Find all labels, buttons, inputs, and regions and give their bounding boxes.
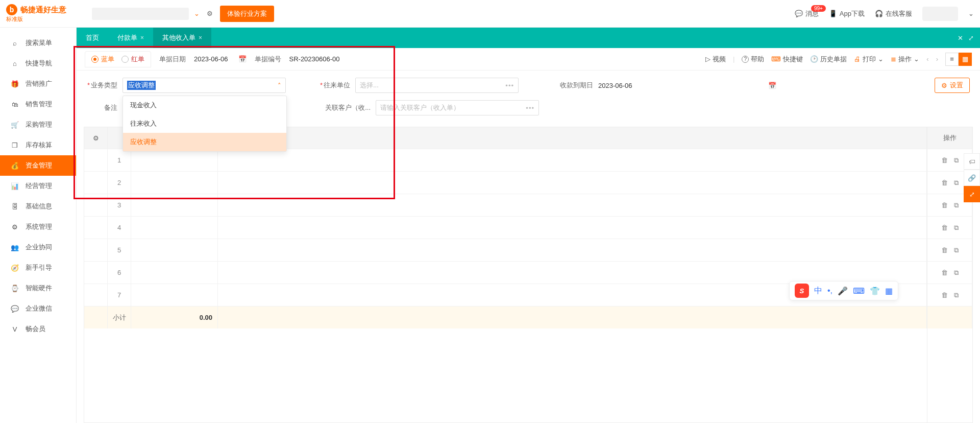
cart-icon: 🛒 <box>10 121 19 129</box>
calendar-icon[interactable]: 📅 <box>768 82 776 89</box>
phone-icon: 📱 <box>829 10 837 17</box>
rail-expand-button[interactable]: ⤢ <box>964 186 980 202</box>
ime-lang-label[interactable]: 中 <box>814 286 822 296</box>
sidebar-item-wallet[interactable]: 💰资金管理 <box>0 155 76 176</box>
row-cell[interactable] <box>131 217 218 239</box>
delete-icon[interactable]: 🗑 <box>941 179 948 186</box>
industry-cta-button[interactable]: 体验行业方案 <box>220 6 274 22</box>
chevron-down-icon[interactable]: ⌄ <box>968 10 974 17</box>
view-card-button[interactable]: ▦ <box>959 53 972 66</box>
delete-icon[interactable]: 🗑 <box>941 269 948 276</box>
sidebar-item-team[interactable]: 👥企业协同 <box>0 237 76 257</box>
shortcut-button[interactable]: ⌨快捷键 <box>771 55 803 64</box>
messages-button[interactable]: 💬 消息 99+ <box>795 9 819 18</box>
rail-tag-button[interactable]: 🏷 <box>964 153 980 170</box>
sidebar-item-box[interactable]: ❒库存核算 <box>0 135 76 155</box>
dropdown-option-adjust[interactable]: 应收调整 <box>123 133 286 151</box>
delete-icon[interactable]: 🗑 <box>941 224 948 231</box>
ime-toolbar[interactable]: S 中 •, 🎤 ⌨ 👕 ▦ <box>789 281 898 300</box>
expand-icon[interactable]: ⤢ <box>968 34 974 42</box>
dropdown-option-ar[interactable]: 往来收入 <box>123 114 286 133</box>
help-button[interactable]: ?帮助 <box>742 55 764 64</box>
sidebar-item-search[interactable]: ⌕搜索菜单 <box>0 33 76 53</box>
radio-blue[interactable]: 蓝单 <box>91 55 114 64</box>
biz-type-select[interactable]: 应收调整 ˄ 现金收入 往来收入 应收调整 <box>122 78 286 93</box>
copy-icon[interactable]: ⧉ <box>954 246 959 254</box>
sidebar-item-vip[interactable]: V畅会员 <box>0 319 76 339</box>
due-date-value[interactable]: 2023-06-06 <box>598 82 632 89</box>
avatar[interactable] <box>922 7 958 21</box>
delete-icon[interactable]: 🗑 <box>941 156 948 164</box>
row-cell[interactable] <box>131 194 218 216</box>
row-cell[interactable] <box>131 239 218 261</box>
row-cell[interactable] <box>131 262 218 284</box>
ime-grid-icon[interactable]: ▦ <box>885 286 893 296</box>
table-row[interactable]: 2 <box>84 171 927 194</box>
prev-icon[interactable]: ‹ <box>926 55 928 63</box>
brand-edition: 标准版 <box>6 15 23 23</box>
table-row[interactable]: 3 <box>84 194 927 216</box>
sidebar-item-guide[interactable]: 🧭新手引导 <box>0 257 76 278</box>
sidebar-item-label: 库存核算 <box>26 140 52 150</box>
copy-icon[interactable]: ⧉ <box>954 269 959 277</box>
rail-link-button[interactable]: 🔗 <box>964 170 980 186</box>
tab-1[interactable]: 付款单× <box>108 28 153 48</box>
table-row[interactable]: 5 <box>84 239 927 261</box>
table-row[interactable]: 1 <box>84 149 927 171</box>
doc-date-value[interactable]: 2023-06-06 <box>194 55 228 63</box>
sidebar-item-label: 营销推广 <box>26 79 52 88</box>
row-cell[interactable] <box>131 172 218 194</box>
tab-0[interactable]: 首页 <box>77 28 108 48</box>
sidebar-item-bag[interactable]: 🛍销售管理 <box>0 94 76 114</box>
delete-icon[interactable]: 🗑 <box>941 201 948 209</box>
ime-mic-icon[interactable]: 🎤 <box>838 286 848 296</box>
view-list-button[interactable]: ≡ <box>945 53 959 66</box>
sidebar-item-db[interactable]: 🗄基础信息 <box>0 196 76 217</box>
dropdown-option-cash[interactable]: 现金收入 <box>123 96 286 114</box>
bag-icon: 🛍 <box>10 101 19 108</box>
copy-icon[interactable]: ⧉ <box>954 156 959 165</box>
ime-punct-icon[interactable]: •, <box>827 286 832 295</box>
brand-logo[interactable]: b 畅捷通好生意 标准版 <box>6 4 78 23</box>
org-selector[interactable]: ⌄ <box>92 8 200 20</box>
grid-settings-button[interactable]: ⚙ <box>84 127 108 149</box>
copy-icon[interactable]: ⧉ <box>954 224 959 232</box>
video-label: 视频 <box>713 55 726 64</box>
video-button[interactable]: ▷视频 <box>705 55 726 64</box>
partner-select[interactable]: 选择... ••• <box>355 78 519 93</box>
table-row[interactable]: 6 <box>84 261 927 284</box>
next-icon[interactable]: › <box>936 55 938 63</box>
tab-2[interactable]: 其他收入单× <box>153 28 211 48</box>
copy-icon[interactable]: ⧉ <box>954 291 959 299</box>
settings-button[interactable]: ⚙ 设置 <box>935 78 970 93</box>
radio-red[interactable]: 红单 <box>121 55 144 64</box>
sidebar-item-cart[interactable]: 🛒采购管理 <box>0 114 76 135</box>
delete-icon[interactable]: 🗑 <box>941 291 948 299</box>
close-icon[interactable]: × <box>199 34 202 41</box>
sidebar-item-gear[interactable]: ⚙系统管理 <box>0 217 76 237</box>
history-button[interactable]: 🕑历史单据 <box>810 55 847 64</box>
copy-icon[interactable]: ⧉ <box>954 179 959 187</box>
gear-icon[interactable]: ⚙ <box>207 10 213 17</box>
print-button[interactable]: 🖨打印⌄ <box>854 55 884 64</box>
sidebar-item-report[interactable]: 📊经营管理 <box>0 176 76 196</box>
related-customer-placeholder: 请输入关联客户（收入单） <box>380 103 460 112</box>
ime-skin-icon[interactable]: 👕 <box>870 286 880 296</box>
close-icon[interactable]: × <box>140 34 144 41</box>
sidebar-item-hw[interactable]: ⌚智能硬件 <box>0 278 76 298</box>
support-button[interactable]: 🎧 在线客服 <box>875 9 912 18</box>
copy-icon[interactable]: ⧉ <box>954 201 959 209</box>
related-customer-input[interactable]: 请输入关联客户（收入单） ••• <box>376 100 539 115</box>
sidebar-item-home[interactable]: ⌂快捷导航 <box>0 53 76 74</box>
row-cell[interactable] <box>131 284 218 306</box>
ime-keyboard-icon[interactable]: ⌨ <box>853 286 865 296</box>
delete-icon[interactable]: 🗑 <box>941 246 948 254</box>
sidebar-item-gift[interactable]: 🎁营销推广 <box>0 74 76 94</box>
row-cell[interactable] <box>131 149 218 171</box>
sidebar-item-wechat[interactable]: 💬企业微信 <box>0 298 76 319</box>
operations-button[interactable]: ≣操作⌄ <box>891 55 919 64</box>
calendar-icon[interactable]: 📅 <box>238 55 247 63</box>
close-icon[interactable]: ✕ <box>958 34 963 42</box>
table-row[interactable]: 4 <box>84 216 927 239</box>
app-download-button[interactable]: 📱 App下载 <box>829 9 865 18</box>
